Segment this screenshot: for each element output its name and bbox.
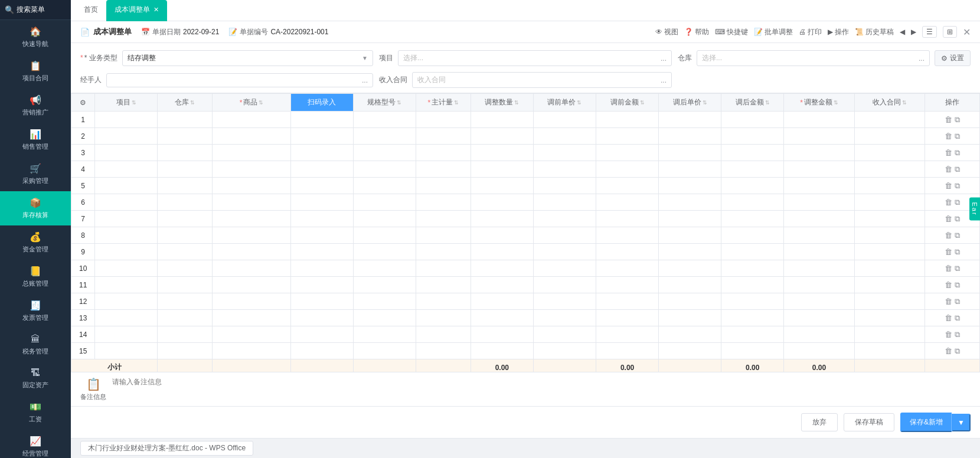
table-cell[interactable]	[353, 145, 416, 161]
table-cell[interactable]	[158, 277, 213, 293]
copy-icon[interactable]: ⧉	[955, 346, 960, 356]
table-cell[interactable]	[596, 145, 659, 161]
delete-icon[interactable]: 🗑	[945, 297, 952, 306]
table-cell[interactable]	[213, 326, 291, 343]
delete-icon[interactable]: 🗑	[945, 214, 952, 223]
table-cell[interactable]	[659, 260, 721, 277]
col-unit-header[interactable]: *主计量 ⇅	[416, 94, 471, 112]
table-cell[interactable]	[784, 211, 854, 227]
table-cell[interactable]	[854, 211, 925, 227]
table-cell[interactable]	[353, 343, 416, 359]
warehouse-input[interactable]: 选择... ...	[697, 50, 930, 66]
table-cell[interactable]	[158, 178, 213, 194]
table-cell[interactable]	[213, 178, 291, 194]
save-new-button[interactable]: 保存&新增	[900, 413, 952, 432]
table-cell[interactable]	[659, 145, 721, 161]
table-cell[interactable]	[416, 112, 471, 128]
table-cell[interactable]	[471, 194, 533, 211]
table-cell[interactable]	[784, 161, 854, 178]
table-cell[interactable]	[95, 293, 158, 310]
col-settings-header[interactable]: ⚙	[71, 94, 95, 112]
table-cell[interactable]	[416, 310, 471, 326]
list-view-btn[interactable]: ☰	[922, 26, 937, 38]
table-cell[interactable]	[158, 310, 213, 326]
table-cell[interactable]	[721, 277, 784, 293]
copy-icon[interactable]: ⧉	[955, 198, 960, 207]
col-qty-header[interactable]: 调整数量 ⇅	[471, 94, 533, 112]
table-cell[interactable]	[596, 244, 659, 260]
table-cell[interactable]	[213, 227, 291, 244]
table-cell[interactable]	[596, 277, 659, 293]
copy-icon[interactable]: ⧉	[955, 115, 960, 125]
copy-icon[interactable]: ⧉	[955, 247, 960, 257]
save-new-arrow-button[interactable]: ▼	[952, 414, 971, 431]
table-cell[interactable]	[596, 178, 659, 194]
table-cell[interactable]	[471, 128, 533, 145]
col-price-after-header[interactable]: 调后单价 ⇅	[659, 94, 721, 112]
table-cell[interactable]	[596, 161, 659, 178]
table-cell[interactable]	[533, 260, 596, 277]
table-cell[interactable]	[213, 277, 291, 293]
table-cell[interactable]	[213, 244, 291, 260]
table-cell[interactable]	[416, 194, 471, 211]
table-cell[interactable]	[721, 293, 784, 310]
table-cell[interactable]	[854, 227, 925, 244]
table-cell[interactable]	[471, 277, 533, 293]
table-cell[interactable]	[659, 112, 721, 128]
table-cell[interactable]	[533, 227, 596, 244]
notes-input[interactable]	[112, 377, 971, 394]
table-cell[interactable]	[596, 112, 659, 128]
unit-sort-icon[interactable]: ⇅	[454, 100, 459, 106]
table-cell[interactable]	[471, 211, 533, 227]
table-cell[interactable]	[533, 178, 596, 194]
project-sort-icon[interactable]: ⇅	[132, 100, 136, 106]
table-cell[interactable]	[784, 178, 854, 194]
table-cell[interactable]	[95, 145, 158, 161]
sidebar-item-ledger[interactable]: 📒 总账管理	[0, 260, 71, 294]
table-cell[interactable]	[533, 293, 596, 310]
table-cell[interactable]	[213, 194, 291, 211]
table-cell[interactable]	[290, 112, 353, 128]
table-cell[interactable]	[854, 194, 925, 211]
table-cell[interactable]	[158, 260, 213, 277]
table-cell[interactable]	[471, 112, 533, 128]
table-cell[interactable]	[213, 211, 291, 227]
table-cell[interactable]	[353, 128, 416, 145]
table-cell[interactable]	[533, 211, 596, 227]
table-cell[interactable]	[290, 260, 353, 277]
table-cell[interactable]	[721, 178, 784, 194]
batch-modify-btn[interactable]: 📝 批单调整	[754, 27, 793, 37]
table-cell[interactable]	[95, 112, 158, 128]
table-cell[interactable]	[416, 277, 471, 293]
right-edge-tab[interactable]: Ear	[969, 197, 980, 220]
table-cell[interactable]	[533, 161, 596, 178]
table-cell[interactable]	[659, 227, 721, 244]
copy-icon[interactable]: ⧉	[955, 264, 960, 273]
table-cell[interactable]	[784, 326, 854, 343]
table-cell[interactable]	[721, 244, 784, 260]
tab-home[interactable]: 首页	[76, 0, 106, 21]
table-cell[interactable]	[533, 194, 596, 211]
table-cell[interactable]	[95, 326, 158, 343]
handler-ellipsis[interactable]: ...	[362, 76, 368, 84]
table-cell[interactable]	[596, 211, 659, 227]
handler-input[interactable]: ...	[106, 73, 373, 87]
income-contract-input[interactable]: 收入合同 ...	[412, 72, 672, 88]
delete-icon[interactable]: 🗑	[945, 280, 952, 289]
table-cell[interactable]	[353, 112, 416, 128]
table-cell[interactable]	[95, 211, 158, 227]
table-cell[interactable]	[471, 161, 533, 178]
table-container[interactable]: ⚙ 项目 ⇅ 仓库 ⇅	[71, 93, 980, 372]
col-amount-after-header[interactable]: 调后金额 ⇅	[721, 94, 784, 112]
table-cell[interactable]	[95, 343, 158, 359]
sidebar-item-tax[interactable]: 🏛 税务管理	[0, 328, 71, 362]
table-cell[interactable]	[158, 244, 213, 260]
sidebar-item-inventory[interactable]: 📦 库存核算	[0, 191, 71, 225]
col-scan-header[interactable]: 扫码录入	[290, 94, 353, 112]
table-cell[interactable]	[158, 227, 213, 244]
sidebar-item-finance[interactable]: 💰 资金管理	[0, 225, 71, 260]
table-cell[interactable]	[784, 194, 854, 211]
table-cell[interactable]	[784, 244, 854, 260]
table-cell[interactable]	[721, 128, 784, 145]
table-cell[interactable]	[784, 145, 854, 161]
